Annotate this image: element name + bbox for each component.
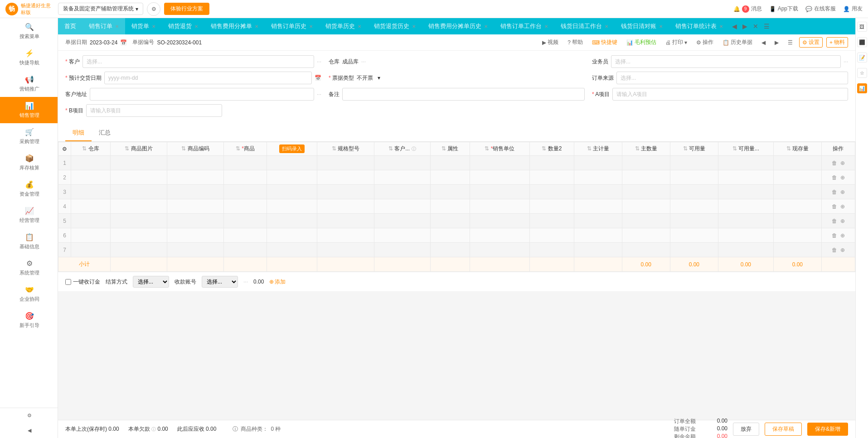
nav-next-btn[interactable]: ▶ — [772, 39, 781, 47]
tab-close-all-btn[interactable]: ✕ — [750, 23, 761, 30]
sidebar-item-marketing[interactable]: 📢 营销推广 — [0, 71, 58, 97]
sidebar-item-quicknav[interactable]: ⚡ 快捷导航 — [0, 44, 58, 71]
staff-more-btn[interactable]: ··· — [844, 58, 848, 65]
tab-cash-daily[interactable]: 钱货日清工作台 ✕ — [554, 18, 615, 34]
delete-row-icon[interactable]: 🗑 — [832, 160, 837, 166]
add-material-btn[interactable]: + 物料 — [826, 37, 848, 48]
copy-row-icon[interactable]: ⊕ — [840, 174, 845, 181]
right-panel-icon-1[interactable]: 🖼 — [857, 22, 867, 32]
warehouse-more-btn[interactable]: ··· — [361, 58, 366, 65]
tab-cash-reconcile[interactable]: 钱货日清对账 ✕ — [615, 18, 669, 34]
sidebar-collapse-btn[interactable]: ◀ — [0, 423, 58, 438]
right-panel-icon-4[interactable]: ☆ — [857, 68, 867, 78]
app-download-btn[interactable]: 📱 App下载 — [769, 5, 798, 13]
staff-input[interactable] — [611, 55, 841, 68]
form-settings-btn[interactable]: ⚙ 设置 — [799, 37, 823, 48]
tab-return[interactable]: 销货退货 ✕ — [162, 18, 204, 34]
tab-order-workbench[interactable]: 销售订单工作台 ✕ — [494, 18, 554, 34]
tab-prev-btn[interactable]: ◀ — [729, 23, 740, 30]
list-view-btn[interactable]: ☰ — [785, 39, 795, 47]
order-source-input[interactable] — [616, 72, 848, 84]
tab-expense-split[interactable]: 销售费用分摊单 ✕ — [204, 18, 265, 34]
tab-expense-history[interactable]: 销售费用分摊单历史 ✕ — [422, 18, 494, 34]
customer-more-btn[interactable]: ··· — [317, 58, 321, 65]
tab-slip-history[interactable]: 销货单历史 ✕ — [319, 18, 368, 34]
copy-row-icon[interactable]: ⊕ — [840, 247, 845, 253]
delete-row-icon[interactable]: 🗑 — [832, 174, 837, 181]
copy-row-icon[interactable]: ⊕ — [840, 160, 845, 166]
tab-close-return-history[interactable]: ✕ — [412, 24, 416, 29]
invoice-chevron-icon[interactable]: ▾ — [378, 75, 380, 81]
sidebar-item-sales[interactable]: 📊 销售管理 — [0, 97, 58, 123]
col-settings[interactable]: ⚙ — [58, 142, 71, 156]
shortcut-btn[interactable]: ⌨ 快捷键 — [589, 38, 620, 47]
sidebar-item-collab[interactable]: 🤝 企业协同 — [0, 281, 58, 307]
notification-btn[interactable]: 🔔 9 消息 — [733, 5, 762, 13]
tab-order-history[interactable]: 销售订单历史 ✕ — [265, 18, 319, 34]
tab-close-sales-slip[interactable]: ✕ — [152, 24, 155, 29]
copy-row-icon[interactable]: ⊕ — [840, 203, 845, 210]
sidebar-item-guide[interactable]: 🎯 新手引导 — [0, 307, 58, 333]
notes-input[interactable] — [342, 88, 585, 101]
sidebar-item-operations[interactable]: 📈 经营管理 — [0, 202, 58, 228]
col-scan[interactable]: 扫码录入 — [267, 142, 317, 156]
sidebar-item-system[interactable]: ⚙ 系统管理 — [0, 255, 58, 281]
calendar-icon[interactable]: 📅 — [120, 39, 127, 46]
right-panel-icon-3[interactable]: 📝 — [857, 53, 867, 63]
user-btn[interactable]: 👤 用友 — [843, 5, 863, 13]
delete-row-icon[interactable]: 🗑 — [832, 232, 837, 239]
tab-home[interactable]: 首页 — [58, 18, 82, 34]
delete-row-icon[interactable]: 🗑 — [832, 189, 837, 195]
print-btn[interactable]: 🖨 打印 ▾ — [663, 38, 690, 47]
tab-sales-slip[interactable]: 销货单 ✕ — [125, 18, 162, 34]
settings-button[interactable]: ⚙ — [147, 2, 160, 16]
view-btn[interactable]: ▶ 视频 — [539, 38, 561, 47]
sidebar-settings-btn[interactable]: ⚙ — [0, 408, 58, 423]
one-click-label[interactable]: 一键收订金 — [65, 278, 100, 286]
sidebar-item-finance[interactable]: 💰 资金管理 — [0, 176, 58, 202]
copy-row-icon[interactable]: ⊕ — [840, 218, 845, 224]
customer-input[interactable] — [82, 55, 314, 68]
operate-btn[interactable]: ⚙ 操作 — [693, 38, 716, 47]
tab-close-sales-order[interactable]: ✕ — [115, 24, 119, 29]
tab-detail[interactable]: 明细 — [65, 125, 92, 141]
tab-summary[interactable]: 汇总 — [92, 125, 118, 141]
tab-sales-order[interactable]: 销售订单 ✕ — [82, 18, 125, 34]
sidebar-item-search[interactable]: 🔍 搜索菜单 — [0, 18, 58, 44]
last-lower-info[interactable]: ⓘ — [151, 427, 156, 432]
copy-row-icon[interactable]: ⊕ — [840, 189, 845, 195]
profit-btn[interactable]: 📊 毛利预估 — [624, 38, 659, 47]
delivery-input[interactable] — [104, 72, 312, 84]
nav-prev-btn[interactable]: ◀ — [759, 39, 768, 47]
tab-close-cash-daily[interactable]: ✕ — [605, 24, 608, 29]
tab-close-order-stats[interactable]: ✕ — [719, 24, 723, 29]
add-payment-btn[interactable]: ⊕ 添加 — [269, 278, 286, 286]
save-new-button[interactable]: 保存&新增 — [807, 423, 848, 436]
tab-close-cash-reconcile[interactable]: ✕ — [659, 24, 663, 29]
tab-close-expense-history[interactable]: ✕ — [484, 24, 488, 29]
history-btn[interactable]: 📋 历史单据 — [720, 38, 755, 47]
copy-row-icon[interactable]: ⊕ — [840, 232, 845, 239]
scan-button[interactable]: 扫码录入 — [279, 144, 305, 153]
address-more-btn[interactable]: ··· — [317, 91, 321, 97]
system-select[interactable]: 装备及固定资产辅助管理系统 ▾ — [58, 3, 143, 15]
save-draft-button[interactable]: 保存草稿 — [765, 423, 802, 436]
tab-close-slip-history[interactable]: ✕ — [358, 24, 361, 29]
account-select[interactable]: 选择... — [202, 276, 238, 288]
right-panel-icon-2[interactable]: ⬛ — [857, 37, 867, 47]
tab-close-return[interactable]: ✕ — [194, 24, 198, 29]
right-panel-icon-5[interactable]: 📊 — [857, 83, 867, 93]
one-click-checkbox[interactable] — [65, 279, 71, 285]
tab-return-history[interactable]: 销货退货历史 ✕ — [368, 18, 422, 34]
tab-close-expense-split[interactable]: ✕ — [255, 24, 258, 29]
tab-close-order-history[interactable]: ✕ — [309, 24, 313, 29]
delete-row-icon[interactable]: 🗑 — [832, 247, 837, 253]
tab-close-order-workbench[interactable]: ✕ — [544, 24, 548, 29]
tab-order-stats[interactable]: 销售订单统计表 ✕ — [669, 18, 729, 34]
industry-button[interactable]: 体验行业方案 — [164, 3, 209, 15]
sidebar-item-basic-info[interactable]: 📋 基础信息 — [0, 228, 58, 255]
b-project-input[interactable] — [86, 104, 222, 117]
payment-method-select[interactable]: 选择... — [133, 276, 169, 288]
a-project-input[interactable] — [612, 88, 848, 101]
sidebar-item-inventory[interactable]: 📦 库存核算 — [0, 149, 58, 176]
